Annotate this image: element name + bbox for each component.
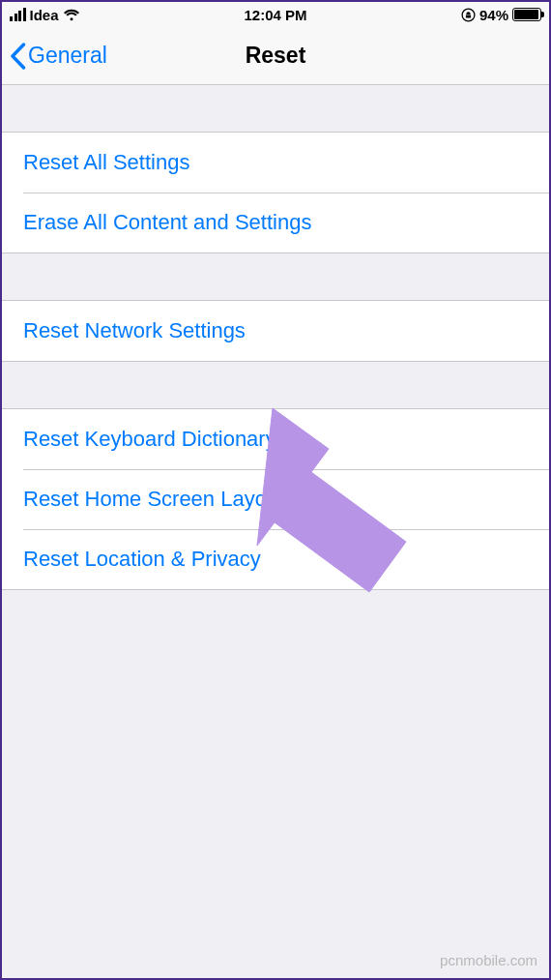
list-group-1: Reset All Settings Erase All Content and…	[2, 132, 549, 253]
wifi-icon	[63, 9, 80, 21]
group-spacer	[2, 253, 549, 300]
nav-bar: General Reset	[2, 27, 549, 85]
battery-percent: 94%	[479, 7, 508, 23]
item-label: Reset All Settings	[23, 150, 189, 175]
signal-icon	[10, 8, 26, 21]
item-label: Erase All Content and Settings	[23, 210, 311, 235]
status-time: 12:04 PM	[244, 7, 306, 23]
group-spacer	[2, 362, 549, 408]
back-label: General	[28, 43, 107, 69]
status-right: 94%	[461, 7, 541, 23]
page-title: Reset	[246, 43, 306, 69]
carrier-label: Idea	[30, 7, 59, 23]
orientation-lock-icon	[461, 8, 476, 22]
item-label: Reset Network Settings	[23, 318, 246, 343]
watermark: pcnmobile.com	[440, 952, 537, 968]
back-button[interactable]: General	[10, 43, 107, 70]
reset-home-screen-layout-item[interactable]: Reset Home Screen Layout	[2, 469, 549, 529]
erase-all-content-item[interactable]: Erase All Content and Settings	[2, 193, 549, 252]
item-label: Reset Home Screen Layout	[23, 487, 284, 512]
battery-icon	[512, 8, 541, 21]
reset-network-settings-item[interactable]: Reset Network Settings	[2, 301, 549, 361]
reset-all-settings-item[interactable]: Reset All Settings	[2, 133, 549, 193]
item-label: Reset Location & Privacy	[23, 547, 261, 572]
group-spacer	[2, 85, 549, 132]
list-group-3: Reset Keyboard Dictionary Reset Home Scr…	[2, 408, 549, 590]
status-left: Idea	[10, 7, 80, 23]
status-bar: Idea 12:04 PM 94%	[2, 2, 549, 27]
list-group-2: Reset Network Settings	[2, 300, 549, 362]
item-label: Reset Keyboard Dictionary	[23, 427, 276, 452]
chevron-left-icon	[10, 43, 26, 70]
reset-keyboard-dictionary-item[interactable]: Reset Keyboard Dictionary	[2, 409, 549, 469]
reset-location-privacy-item[interactable]: Reset Location & Privacy	[2, 529, 549, 589]
